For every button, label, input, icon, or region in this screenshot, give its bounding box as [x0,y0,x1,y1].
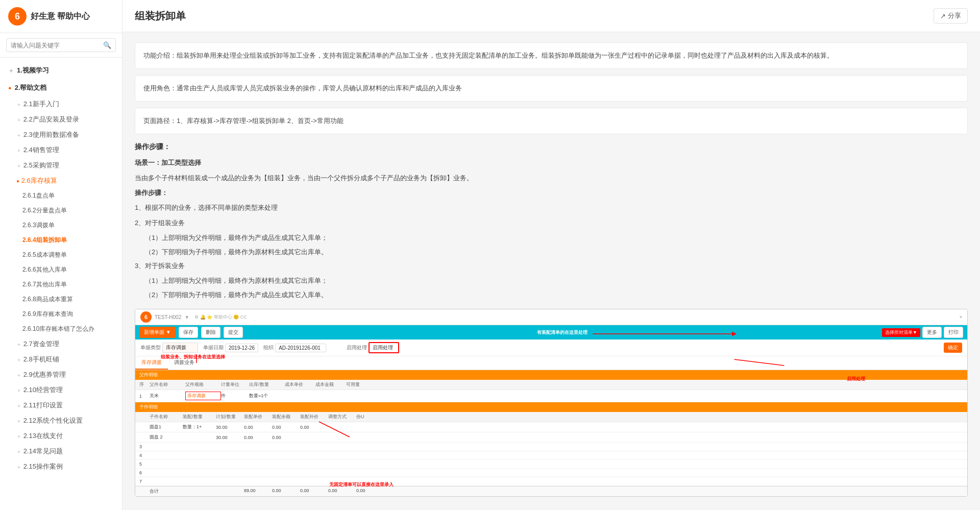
sidebar-item-2-7[interactable]: ＋ 2.7资金管理 [0,336,122,352]
app-confirm-btn[interactable]: 确定 [944,343,962,353]
plus-icon-2-8: ＋ [16,357,21,362]
app-subtable-header: 子件明细 [135,402,967,412]
logo-area: 6 好生意 帮助中心 [0,0,122,33]
field-docdate: 单据日期 2019-12-26 [203,344,258,352]
screenshot-mockup: 6 TEST-H002 ▼ ⚙ 🔔 ⭐ 帮助中心 🙂 CC × 新增单据 ▼ 保… [135,309,967,496]
sidebar-item-2-6-6[interactable]: 2.6.6其他入库单 [0,262,122,277]
sidebar-item-2-5[interactable]: ＋ 2.5采购管理 [0,158,122,173]
plus-icon-2-7: ＋ [16,342,21,347]
page-title: 组装拆卸单 [135,9,186,23]
path-text: 页面路径：1、库存核算->库存管理->组装拆卸单 2、首页->常用功能 [143,115,959,127]
app-table-row-1: 1 关米 库存调拨 件 数量=1个 [135,390,967,402]
app-table-header: 序 父件名称 父件规格 计量单位 出库/数量 成本单价 成本金额 可用量 [135,380,967,390]
app-topbar-btn[interactable]: × [960,314,962,320]
search-area: 🔍 [0,33,122,58]
path-block: 页面路径：1、库存核算->库存管理->组装拆卸单 2、首页->常用功能 [135,108,968,134]
sidebar-item-2-11[interactable]: ＋ 2.11打印设置 [0,398,122,413]
intro-block: 功能介绍：组装拆卸单用来处理企业组装或拆卸等加工业务，支持有固定装配清单的产品加… [135,42,968,69]
sidebar-item-1[interactable]: ＋ 1.视频学习 [0,62,122,79]
sidebar-item-2-6-2[interactable]: 2.6.2分量盘点单 [0,203,122,218]
field-doctype-label: 单据类型 [140,344,161,351]
sidebar-item-2-10[interactable]: ＋ 2.10经营管理 [0,382,122,398]
step2-sub1: （1）上部明细为父件明细，最终作为产成品生成其它入库单； [145,232,968,244]
share-icon: ↗ [940,12,946,20]
plus-icon-2-15: ＋ [16,464,21,470]
sidebar-item-2-15[interactable]: ＋ 2.15操作案例 [0,459,122,474]
content-area: 功能介绍：组装拆卸单用来处理企业组装或拆卸等加工业务，支持有固定装配清单的产品加… [122,32,980,510]
field-doctype: 单据类型 库存调拨 [140,343,198,353]
field-org-input[interactable]: AD-20191226-001 [275,344,326,352]
plus-icon-2-9: ＋ [16,372,21,378]
search-box[interactable]: 🔍 [6,38,116,52]
field-process: 启用处理 启用处理 [347,342,399,353]
sidebar-item-2[interactable]: ● 2.帮助文档 [0,79,122,96]
sidebar-item-2-4[interactable]: ＋ 2.4销售管理 [0,142,122,158]
app-table: 父件明细 序 父件名称 父件规格 计量单位 出库/数量 成本单价 成本金额 可用… [135,370,967,496]
nav-area: ＋ 1.视频学习 ● 2.帮助文档 ＋ 2.1新手入门 ＋ 2.2产品安装及登录… [0,58,122,510]
share-button[interactable]: ↗ 分享 [934,8,968,23]
app-subtable-row-7: 7 [135,477,967,486]
app-subtable-row-2: 圆盘 2 30.00 0.00 0.00 [135,432,967,443]
app-submit-btn[interactable]: 提交 [224,327,243,338]
sidebar-item-2-6-10[interactable]: 2.6.10库存账本错了怎么办 [0,322,122,336]
annotation-tab-note: 组装业务、拆卸业务在这里选择 [161,354,225,360]
sidebar-item-2-2[interactable]: ＋ 2.2产品安装及登录 [0,112,122,127]
app-table-op-header: 父件明细 [135,370,967,380]
sidebar-item-2-6-7[interactable]: 2.6.7其他出库单 [0,277,122,292]
sidebar-item-2-1[interactable]: ＋ 2.1新手入门 [0,96,122,112]
app-select-list-btn[interactable]: 选择所对清单▼ [882,328,920,337]
sidebar-item-2-3[interactable]: ＋ 2.3使用前数据准备 [0,127,122,142]
app-icons: ⚙ 🔔 ⭐ 帮助中心 🙂 CC [194,314,247,321]
sidebar-item-2-13[interactable]: ＋ 2.13在线支付 [0,428,122,444]
sidebar-item-2-8[interactable]: ＋ 2.8手机旺铺 [0,352,122,367]
minus-icon: ● [8,85,12,91]
plus-icon: ＋ [8,67,14,75]
sidebar-item-2-6-1[interactable]: 2.6.1盘点单 [0,188,122,203]
search-icon[interactable]: 🔍 [103,41,111,49]
minus-icon-2-6: ● [16,178,19,184]
plus-icon-2-3: ＋ [16,132,21,138]
step2-sub2: （2）下部明细为子件明细，最终作为原材料生成其它出库单。 [145,246,968,258]
screenshot-container: 6 TEST-H002 ▼ ⚙ 🔔 ⭐ 帮助中心 🙂 CC × 新增单据 ▼ 保… [135,309,968,497]
app-nav-sep: ▼ [184,314,189,320]
plus-icon-2-13: ＋ [16,433,21,439]
sidebar-item-1-label: 1.视频学习 [17,66,49,75]
field-org-label: 组织 [263,344,274,351]
app-more-btn[interactable]: 更多 [922,327,942,338]
sidebar-item-2-6[interactable]: ● 2.6库存核算 [0,173,122,188]
sidebar-item-2-14[interactable]: ＋ 2.14常见问题 [0,444,122,459]
sidebar-item-2-6-8[interactable]: 2.6.8商品成本重算 [0,292,122,307]
sidebar-item-2-6-9[interactable]: 2.6.9库存账本查询 [0,307,122,322]
search-input[interactable] [11,42,103,49]
plus-icon-2-2: ＋ [16,117,21,123]
app-delete-btn[interactable]: 删除 [201,327,220,338]
field-doctype-input[interactable]: 库存调拨 [162,343,198,353]
sidebar-item-2-6-4[interactable]: 2.6.4组装拆卸单 [0,233,122,248]
sidebar-item-2-6-3[interactable]: 2.6.3调拨单 [0,218,122,233]
app-subtable-row-3: 3 [135,443,967,451]
operation-title: 操作步骤： [135,142,968,152]
sidebar-item-2-9[interactable]: ＋ 2.9优惠券管理 [0,367,122,382]
annotation-bottom: 无固定清单可以直接在这里录入 [329,481,394,488]
plus-icon-2-11: ＋ [16,403,21,408]
sidebar-item-2-12[interactable]: ＋ 2.12系统个性化设置 [0,413,122,428]
sidebar-item-2-6-5[interactable]: 2.6.5成本调整单 [0,248,122,262]
field-process-label: 启用处理 [347,344,367,351]
app-subtable-row-4: 4 [135,451,967,460]
app-topbar-actions: × [960,314,962,320]
plus-icon-2-5: ＋ [16,163,21,168]
app-doc-header: 新增单据 ▼ 保存 删除 提交 有装配清单的在这里处理 选择所对清单▼ 更多 打… [135,325,967,339]
app-print-btn[interactable]: 打印 [944,327,963,338]
step3-subs: （1）上部明细为父件明细，最终作为原材料生成其它出库单； （2）下部明细为子件明… [135,275,968,301]
main-content: 组装拆卸单 ↗ 分享 功能介绍：组装拆卸单用来处理企业组装或拆卸等加工业务，支持… [122,0,980,510]
app-new-btn[interactable]: 新增单据 ▼ [139,327,176,338]
app-save-btn[interactable]: 保存 [179,327,198,338]
app-topbar: 6 TEST-H002 ▼ ⚙ 🔔 ⭐ 帮助中心 🙂 CC × [135,309,967,325]
field-process-input[interactable]: 启用处理 [369,342,399,353]
scene1-title: 场景一：加工类型选择 [135,157,968,168]
role-text: 使用角色：通常由生产人员或库管人员完成拆装业务的操作，库管人员确认原材料的出库和… [143,83,959,94]
app-logo-small: 6 [140,311,152,323]
app-form-row: 单据类型 库存调拨 单据日期 2019-12-26 组织 AD-20191226… [135,339,967,356]
app-subtable-col-header: 子件名称 装配/数量 计划/数量 装配单价 装配余额 装配补价 调整方式 份U [135,412,967,422]
field-docdate-input[interactable]: 2019-12-26 [225,344,258,352]
